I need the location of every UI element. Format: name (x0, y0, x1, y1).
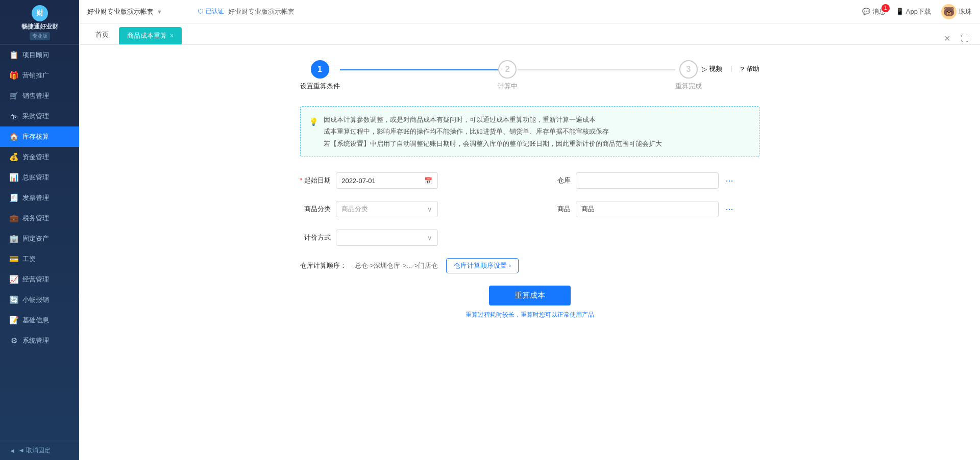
message-button[interactable]: 💬 消息 1 (862, 7, 886, 16)
sidebar-item-accounting[interactable]: 📊 总账管理 (0, 167, 79, 188)
recalc-section: 重算成本 重算过程耗时较长，重算时您可以正常使用产品 (300, 286, 760, 319)
warehouse-more-icon[interactable]: ··· (726, 175, 733, 186)
step-3-circle: 3 (679, 60, 698, 79)
verified-badge: 🛡 已认证 (198, 7, 224, 16)
info-line-3: 若【系统设置】中启用了自动调整记账日期时，会调整入库单的整单记账日期，因此重新计… (324, 138, 662, 149)
category-label: 商品分类 (300, 205, 331, 214)
start-date-field: 起始日期 2022-07-01 📅 (300, 172, 520, 189)
start-date-input[interactable]: 2022-07-01 📅 (336, 172, 438, 189)
tab-close-icon[interactable]: × (170, 32, 174, 39)
tab-home-label: 首页 (95, 30, 109, 39)
warehouse-order-setting-button[interactable]: 仓库计算顺序设置 › (446, 258, 519, 273)
app-logo: 财 畅捷通好业财 专业版 (0, 0, 79, 45)
tabbar: 首页 商品成本重算 × ✕ ⛶ (79, 23, 980, 45)
sidebar-item-label: 库存核算 (22, 132, 49, 141)
user-name: 珠珠 (959, 7, 972, 16)
sidebar-item-project[interactable]: 📋 项目顾问 (0, 45, 79, 65)
form-row-2: 商品分类 商品分类 ∨ 商品 商品 ··· (300, 201, 760, 217)
warehouse-order-value: 总仓->深圳仓库->...->门店仓 (355, 261, 438, 270)
sidebar-item-marketing[interactable]: 🎁 营销推广 (0, 65, 79, 86)
message-badge: 1 (881, 4, 890, 12)
sidebar-item-label: 经营管理 (22, 275, 49, 284)
sidebar-item-label: 营销推广 (22, 71, 49, 80)
message-icon: 💬 (862, 8, 870, 15)
sidebar-item-label: 基础信息 (22, 316, 49, 325)
sidebar-item-operation[interactable]: 📈 经营管理 (0, 269, 79, 290)
shield-icon: 🛡 (198, 8, 204, 15)
logo-sub: 专业版 (30, 32, 50, 40)
step-3: 3 重算完成 (675, 60, 702, 91)
assets-icon: 🏢 (9, 234, 18, 243)
price-method-chevron-icon: ∨ (427, 234, 432, 242)
tab-cost-recalc[interactable]: 商品成本重算 × (119, 27, 182, 44)
sales-icon: 🛒 (9, 91, 18, 100)
sidebar-item-payroll[interactable]: 💳 工资 (0, 249, 79, 269)
account-name: 好业财专业版演示帐套 (87, 7, 154, 16)
sidebar-item-label: 系统管理 (22, 336, 49, 345)
step-1-circle: 1 (311, 60, 329, 79)
product-field: 商品 商品 ··· (540, 201, 760, 217)
sidebar-item-inventory[interactable]: 🏠 库存核算 (0, 126, 79, 147)
sidebar-item-assets[interactable]: 🏢 固定资产 (0, 228, 79, 249)
help-button[interactable]: ? 帮助 (740, 64, 759, 73)
sidebar-item-expense[interactable]: 🔄 小畅报销 (0, 290, 79, 310)
account-selector[interactable]: 好业财专业版演示帐套 ▼ (87, 7, 189, 16)
sidebar-item-sales[interactable]: 🛒 销售管理 (0, 86, 79, 106)
marketing-icon: 🎁 (9, 71, 18, 80)
sidebar-item-purchase[interactable]: 🛍 采购管理 (0, 106, 79, 126)
category-chevron-icon: ∨ (427, 206, 432, 213)
inventory-icon: 🏠 (9, 132, 18, 141)
warehouse-order-row: 仓库计算顺序： 总仓->深圳仓库->...->门店仓 仓库计算顺序设置 › (300, 258, 760, 273)
sidebar-item-system[interactable]: ⚙ 系统管理 (0, 330, 79, 351)
price-method-label: 计价方式 (300, 233, 331, 242)
recalc-hint: 重算过程耗时较长，重算时您可以正常使用产品 (300, 311, 760, 319)
price-method-select[interactable]: ∨ (336, 229, 438, 246)
sidebar-item-label: 小畅报销 (22, 295, 49, 304)
category-select[interactable]: 商品分类 ∨ (336, 201, 438, 217)
tab-home[interactable]: 首页 (87, 26, 117, 44)
step-1: 1 设置重算条件 (300, 60, 340, 91)
main-area: 好业财专业版演示帐套 ▼ 🛡 已认证 好业财专业版演示帐套 💬 消息 1 📱 A… (79, 0, 980, 460)
basic-icon: 📝 (9, 316, 18, 325)
topbar-right: 💬 消息 1 📱 App下载 🐻 珠珠 (862, 4, 972, 19)
warehouse-input[interactable] (576, 172, 719, 189)
tax-icon: 💼 (9, 214, 18, 223)
recalc-button[interactable]: 重算成本 (489, 286, 571, 305)
avatar: 🐻 (941, 4, 957, 19)
product-more-icon[interactable]: ··· (726, 204, 733, 215)
sidebar-item-label: 税务管理 (22, 214, 49, 223)
sidebar-item-label: 固定资产 (22, 234, 49, 243)
step-2: 2 计算中 (498, 60, 518, 91)
step-2-circle: 2 (498, 60, 517, 79)
warehouse-field: 仓库 ··· (540, 172, 760, 189)
sidebar-pin-toggle[interactable]: ◄ ◄ 取消固定 (0, 441, 79, 460)
close-window-icon[interactable]: ✕ (941, 33, 953, 44)
system-icon: ⚙ (9, 336, 18, 345)
pin-label: ◄ 取消固定 (18, 446, 51, 455)
video-helper-button[interactable]: ▷ 视频 (702, 64, 722, 73)
sidebar-item-invoice[interactable]: 🧾 发票管理 (0, 188, 79, 208)
sidebar-item-label: 工资 (22, 254, 36, 264)
app-download-button[interactable]: 📱 App下载 (896, 7, 931, 16)
sidebar-item-label: 销售管理 (22, 91, 49, 100)
window-controls: ✕ ⛶ (941, 33, 972, 44)
verified-text: 已认证 (206, 7, 224, 16)
logo-text: 畅捷通好业财 (21, 22, 58, 31)
expand-window-icon[interactable]: ⛶ (958, 33, 972, 44)
user-avatar-button[interactable]: 🐻 珠珠 (941, 4, 972, 19)
video-icon: ▷ (702, 65, 707, 73)
info-line-2: 成本重算过程中，影响库存账的操作均不能操作，比如进货单、销货单、库存单据不能审核… (324, 125, 662, 137)
sidebar-nav: 📋 项目顾问 🎁 营销推广 🛒 销售管理 🛍 采购管理 🏠 库存核算 💰 资金管… (0, 45, 79, 441)
sidebar-item-basic[interactable]: 📝 基础信息 (0, 310, 79, 330)
pin-icon: ◄ (9, 447, 15, 454)
category-field: 商品分类 商品分类 ∨ (300, 201, 520, 217)
info-icon: 💡 (309, 115, 318, 149)
logo-icon: 财 (32, 5, 48, 21)
video-label: 视频 (709, 64, 722, 73)
topbar: 好业财专业版演示帐套 ▼ 🛡 已认证 好业财专业版演示帐套 💬 消息 1 📱 A… (79, 0, 980, 23)
sidebar-item-finance[interactable]: 💰 资金管理 (0, 147, 79, 167)
sidebar-item-tax[interactable]: 💼 税务管理 (0, 208, 79, 228)
finance-icon: 💰 (9, 152, 18, 162)
product-input[interactable]: 商品 (576, 201, 719, 217)
calendar-icon[interactable]: 📅 (424, 177, 432, 185)
